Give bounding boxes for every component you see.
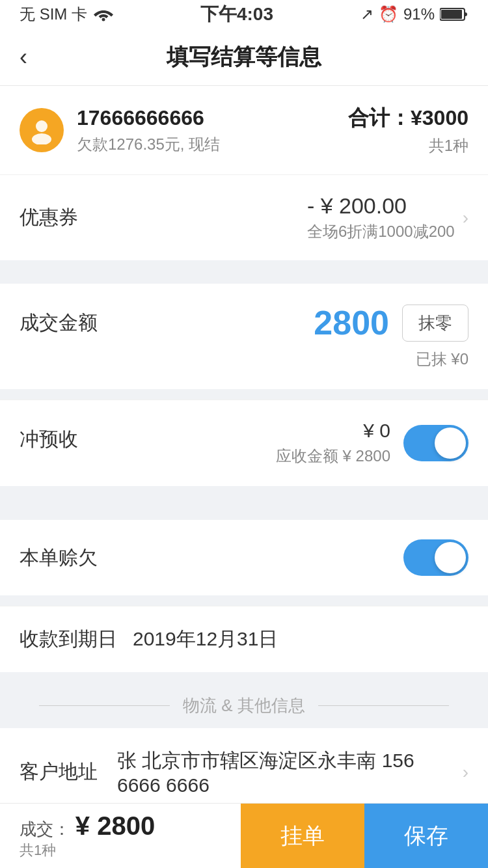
status-left: 无 SIM 卡 xyxy=(20,4,113,25)
bottom-summary: 成交： ¥ 2800 共1种 xyxy=(0,804,241,868)
customer-row: 17666666666 欠款1276.35元, 现结 合计：¥3000 共1种 xyxy=(0,86,488,174)
nav-bar: ‹ 填写结算等信息 xyxy=(0,29,488,86)
amount-row: 成交金额 2800 抹零 xyxy=(20,303,468,342)
prepay-receivable: 应收金额 ¥ 2800 xyxy=(276,446,390,467)
svg-point-0 xyxy=(102,18,105,21)
logistics-header-line: 物流 & 其他信息 xyxy=(0,694,488,717)
round-button[interactable]: 抹零 xyxy=(402,305,468,342)
address-chevron-icon: › xyxy=(463,762,468,783)
bottom-amount: ¥ 2800 xyxy=(75,811,155,840)
logistics-header: 物流 & 其他信息 xyxy=(0,683,488,728)
location-icon: ↗ xyxy=(360,5,373,23)
header-line-left xyxy=(39,705,170,706)
prepay-info: ¥ 0 应收金额 ¥ 2800 xyxy=(276,420,390,467)
due-date-value: 2019年12月31日 xyxy=(133,626,278,653)
due-date-section: 收款到期日 2019年12月31日 xyxy=(0,606,488,672)
bottom-deal-row: 成交： ¥ 2800 xyxy=(20,811,221,841)
debt-row: 本单赊欠 xyxy=(20,539,468,576)
avatar xyxy=(20,108,64,152)
amount-label: 成交金额 xyxy=(20,310,98,336)
status-right: ↗ ⏰ 91% xyxy=(360,5,468,23)
bottom-deal-label: 成交： xyxy=(20,819,70,839)
wifi-icon xyxy=(94,7,113,21)
customer-total: 合计：¥3000 共1种 xyxy=(348,104,468,156)
address-row: 客户地址 张 北京市市辖区海淀区永丰南 156 6666 6666 › xyxy=(20,748,468,796)
divider-2 xyxy=(0,496,488,509)
prepay-label: 冲预收 xyxy=(20,420,78,453)
logistics-section-label: 物流 & 其他信息 xyxy=(183,694,305,717)
customer-info: 17666666666 欠款1276.35元, 现结 xyxy=(77,106,220,155)
due-date-row: 收款到期日 2019年12月31日 xyxy=(20,626,468,653)
coupon-discount: - ¥ 200.00 xyxy=(307,193,455,219)
prepay-right: ¥ 0 应收金额 ¥ 2800 xyxy=(276,420,468,467)
save-button[interactable]: 保存 xyxy=(364,804,488,868)
header-line-right xyxy=(318,705,449,706)
already-zero: 已抹 ¥0 xyxy=(20,349,468,370)
address-label: 客户地址 xyxy=(20,759,98,785)
alarm-icon: ⏰ xyxy=(379,5,398,23)
amount-value: 2800 xyxy=(314,303,389,342)
sim-label: 无 SIM 卡 xyxy=(20,4,87,25)
prepay-section: 冲预收 ¥ 0 应收金额 ¥ 2800 xyxy=(0,400,488,486)
debt-section: 本单赊欠 xyxy=(0,520,488,595)
total-amount-label: 合计：¥3000 xyxy=(348,104,468,133)
bottom-count: 共1种 xyxy=(20,841,221,860)
customer-left: 17666666666 欠款1276.35元, 现结 xyxy=(20,106,220,155)
debt-label: 本单赊欠 xyxy=(20,545,98,571)
battery-icon xyxy=(440,7,468,21)
hang-order-button[interactable]: 挂单 xyxy=(241,804,364,868)
debt-toggle[interactable] xyxy=(403,539,468,576)
customer-card: 17666666666 欠款1276.35元, 现结 合计：¥3000 共1种 … xyxy=(0,86,488,260)
coupon-detail: 全场6折满1000减200 xyxy=(307,221,455,242)
coupon-row[interactable]: 优惠券 - ¥ 200.00 全场6折满1000减200 › xyxy=(0,174,488,260)
prepay-amount: ¥ 0 xyxy=(276,420,390,442)
customer-phone: 17666666666 xyxy=(77,106,220,130)
back-button[interactable]: ‹ xyxy=(20,44,27,71)
amount-section: 成交金额 2800 抹零 已抹 ¥0 xyxy=(0,284,488,389)
status-bar: 无 SIM 卡 下午4:03 ↗ ⏰ 91% xyxy=(0,0,488,29)
customer-debt: 欠款1276.35元, 现结 xyxy=(77,134,220,155)
svg-rect-2 xyxy=(441,10,462,19)
svg-point-4 xyxy=(32,133,51,144)
status-time: 下午4:03 xyxy=(200,2,273,27)
prepay-toggle[interactable] xyxy=(403,425,468,461)
bottom-bar: 成交： ¥ 2800 共1种 挂单 保存 xyxy=(0,803,488,868)
svg-point-3 xyxy=(36,120,47,132)
page-title: 填写结算等信息 xyxy=(167,42,321,72)
due-date-label: 收款到期日 xyxy=(20,626,117,653)
coupon-right: - ¥ 200.00 全场6折满1000减200 › xyxy=(307,193,468,242)
amount-right: 2800 抹零 xyxy=(314,303,468,342)
total-count: 共1种 xyxy=(348,135,468,156)
battery-label: 91% xyxy=(403,5,435,23)
coupon-label: 优惠券 xyxy=(20,204,78,231)
coupon-chevron-icon: › xyxy=(463,208,468,228)
prepay-row: 冲预收 ¥ 0 应收金额 ¥ 2800 xyxy=(20,420,468,467)
address-value: 张 北京市市辖区海淀区永丰南 156 6666 6666 xyxy=(117,748,463,796)
divider-1 xyxy=(0,271,488,284)
